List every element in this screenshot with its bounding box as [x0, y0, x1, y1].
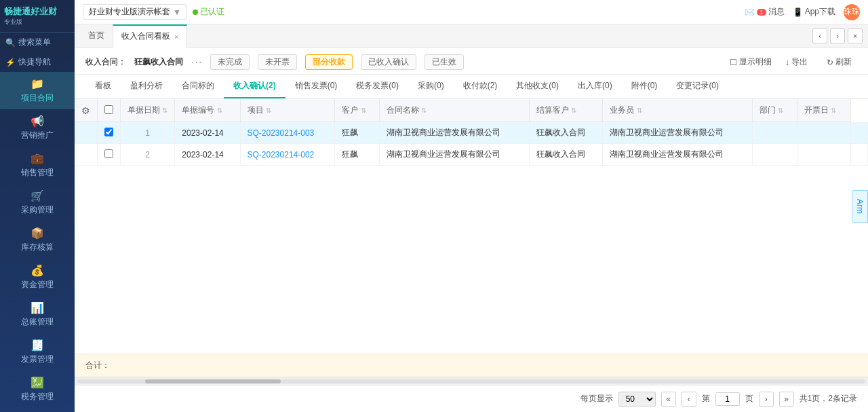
tab-close-icon[interactable]: × — [174, 33, 178, 41]
row-checkbox[interactable] — [98, 122, 121, 144]
sort-icon[interactable]: ⇅ — [778, 107, 783, 114]
tab-close-btn[interactable]: × — [848, 29, 863, 43]
contract-label: 收入合同： — [85, 56, 126, 68]
sort-icon[interactable]: ⇅ — [637, 107, 642, 114]
show-detail-toggle[interactable]: ☐ 显示明细 — [730, 56, 772, 68]
subtab-profit[interactable]: 盈利分析 — [121, 75, 172, 98]
subtab-tax-invoice[interactable]: 税务发票(0) — [347, 75, 408, 98]
quick-nav-icon: ⚡ — [5, 58, 16, 67]
sidebar-item-label: 库存核算 — [21, 242, 54, 253]
row-date: 2023-02-14 — [175, 122, 240, 144]
sort-icon[interactable]: ⇅ — [831, 107, 836, 114]
sidebar-quick-nav[interactable]: ⚡ 快捷导航 — [0, 52, 75, 72]
app-download-button[interactable]: 📱 App下载 — [793, 6, 835, 18]
col-salesman: 业务员 ⇅ — [603, 99, 753, 122]
prev-page-btn[interactable]: ‹ — [682, 392, 696, 407]
contract-more-icon[interactable]: ··· — [191, 56, 202, 69]
subtab-board[interactable]: 看板 — [85, 75, 121, 98]
col-date: 单据日期 ⇅ — [121, 99, 175, 122]
col-code: 单据编号 ⇅ — [175, 99, 240, 122]
row-code-link[interactable]: SQ-20230214-003 — [248, 128, 315, 138]
table-row[interactable]: 2 2023-02-14 SQ-20230214-002 狂飙 湖南卫视商业运营… — [75, 144, 868, 166]
sidebar-item-marketing[interactable]: 📢 营销推广 — [0, 109, 75, 147]
subtab-other[interactable]: 其他收支(0) — [507, 75, 568, 98]
subtab-warehouse[interactable]: 出入库(0) — [568, 75, 622, 98]
col-date-label: 单据日期 — [127, 105, 160, 115]
sidebar-search-label: 搜索菜单 — [18, 37, 51, 48]
sidebar-item-project-contract[interactable]: 📁 项目合同 — [0, 72, 75, 109]
subtab-payment[interactable]: 收付款(2) — [454, 75, 507, 98]
sort-icon[interactable]: ⇅ — [266, 107, 271, 114]
export-icon: ↓ — [785, 58, 789, 67]
row-code-link[interactable]: SQ-20230214-002 — [248, 150, 315, 160]
table-row[interactable]: 1 2023-02-14 SQ-20230214-003 狂飙 湖南卫视商业运营… — [75, 122, 868, 144]
col-customer-label: 客户 — [342, 105, 358, 115]
sidebar-item-sales[interactable]: 💼 销售管理 — [0, 147, 75, 184]
status-active[interactable]: 已生效 — [425, 54, 464, 70]
logo-sub: 专业版 — [4, 18, 57, 26]
sidebar-item-inventory[interactable]: 📦 库存核算 — [0, 221, 75, 259]
row-checkbox[interactable] — [98, 144, 121, 166]
sort-icon[interactable]: ⇅ — [217, 107, 222, 114]
arm-float-button[interactable]: Arm — [852, 190, 868, 223]
tab-next-btn[interactable]: › — [830, 29, 845, 43]
avatar: 珠珠 — [844, 4, 860, 20]
next-page-btn[interactable]: › — [759, 392, 774, 407]
sort-icon[interactable]: ⇅ — [421, 107, 427, 114]
sidebar-item-tax[interactable]: 💹 税务管理 — [0, 371, 75, 408]
user-avatar[interactable]: 珠珠 — [844, 4, 860, 20]
status-noticket[interactable]: 未开票 — [258, 54, 297, 70]
tab-prev-btn[interactable]: ‹ — [812, 29, 827, 43]
sort-icon[interactable]: ⇅ — [571, 107, 576, 114]
show-detail-label: 显示明细 — [739, 56, 772, 68]
row-dept — [797, 144, 851, 166]
tab-home-label: 首页 — [88, 30, 104, 41]
row-code: SQ-20230214-003 — [240, 122, 335, 144]
pagination: 每页显示 50 100 200 « ‹ 第 页 › » 共1页，2条记录 — [75, 385, 868, 412]
sidebar-item-fixed-assets[interactable]: 🏗️ 固定资产 — [0, 408, 75, 412]
col-settle-customer: 结算客户 ⇅ — [529, 99, 603, 122]
subtab-revenue-confirm[interactable]: 收入确认(2) — [224, 75, 285, 98]
subtab-attachment[interactable]: 附件(0) — [622, 75, 667, 98]
sidebar-item-finance[interactable]: 💰 资金管理 — [0, 259, 75, 296]
sort-icon[interactable]: ⇅ — [162, 107, 167, 114]
tab-active-label: 收入合同看板 — [121, 31, 170, 42]
page-input[interactable] — [715, 392, 740, 406]
status-confirmed[interactable]: 已收入确认 — [361, 54, 416, 70]
subtab-subject[interactable]: 合同标的 — [172, 75, 224, 98]
tab-contract-board[interactable]: 收入合同看板 × — [113, 24, 187, 48]
sidebar-search[interactable]: 🔍 搜索菜单 — [0, 33, 75, 52]
refresh-button[interactable]: ↻ 刷新 — [821, 54, 857, 70]
subtab-sales-invoice[interactable]: 销售发票(0) — [285, 75, 347, 98]
row-number: 2 — [121, 144, 175, 166]
select-all-checkbox[interactable] — [104, 105, 113, 114]
col-invoice-date: 开票日 ⇅ — [797, 99, 851, 122]
settings-icon[interactable]: ⚙ — [81, 105, 90, 116]
per-page-label: 每页显示 — [580, 393, 613, 405]
sidebar-item-invoice[interactable]: 🧾 发票管理 — [0, 333, 75, 371]
export-button[interactable]: ↓ 导出 — [780, 54, 813, 70]
first-page-btn[interactable]: « — [661, 392, 676, 407]
company-selector[interactable]: 好业财专业版演示帐套 ▼ — [83, 4, 187, 20]
last-page-btn[interactable]: » — [779, 392, 794, 407]
per-page-select[interactable]: 50 100 200 — [618, 392, 656, 407]
sort-icon[interactable]: ⇅ — [361, 107, 366, 114]
subtab-purchase[interactable]: 采购(0) — [408, 75, 454, 98]
sidebar-item-label: 项目合同 — [21, 92, 54, 104]
subtab-changes[interactable]: 变更记录(0) — [667, 75, 728, 98]
message-button[interactable]: ✉️ 1 消息 — [745, 6, 785, 18]
status-partial[interactable]: 部分收款 — [305, 54, 353, 70]
sidebar-item-purchase[interactable]: 🛒 采购管理 — [0, 184, 75, 221]
scrollbar-thumb[interactable] — [145, 379, 281, 383]
col-dept: 部门 ⇅ — [752, 99, 797, 122]
topbar: 好业财专业版演示帐套 ▼ 已认证 ✉️ 1 消息 📱 App下载 珠珠 — [75, 0, 868, 24]
purchase-icon: 🛒 — [31, 189, 44, 202]
main-area: 好业财专业版演示帐套 ▼ 已认证 ✉️ 1 消息 📱 App下载 珠珠 — [75, 0, 868, 412]
tab-home[interactable]: 首页 — [80, 24, 113, 48]
row-invoice-date — [851, 122, 868, 144]
status-incomplete[interactable]: 未完成 — [210, 54, 250, 70]
row-project: 狂飙 — [335, 122, 380, 144]
sidebar-item-label: 采购管理 — [21, 204, 54, 216]
export-label: 导出 — [791, 56, 808, 68]
sidebar-item-ledger[interactable]: 📊 总账管理 — [0, 296, 75, 333]
